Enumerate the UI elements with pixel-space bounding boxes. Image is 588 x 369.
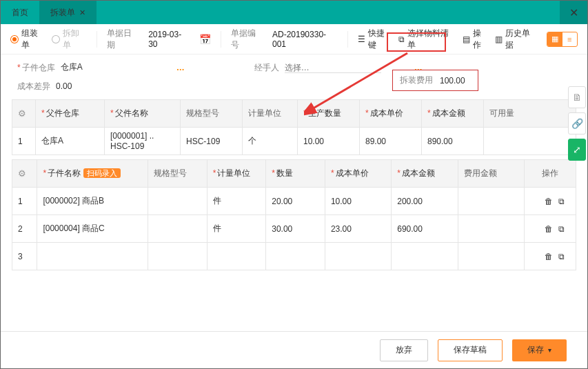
date-value[interactable]: 2019-03-30 (148, 30, 189, 49)
tab-home[interactable]: 首页 (1, 1, 39, 24)
field-cost-diff: 成本差异 0.00 (17, 81, 139, 92)
fee-value: 100.00 (440, 76, 465, 86)
history-link[interactable]: ▥历史单据 (495, 28, 537, 51)
chevron-down-icon: ▾ (548, 346, 551, 354)
rail-expand-icon[interactable]: ⤢ (568, 139, 586, 161)
table-row[interactable]: 1 [0000002] 商品B 件 20.00 10.00 200.00 🗑⧉ (12, 188, 576, 215)
calendar-icon[interactable]: 📅 (199, 34, 211, 45)
gear-icon[interactable]: ⚙ (12, 100, 36, 128)
table-row[interactable]: 3 🗑⧉ (12, 243, 576, 270)
scan-badge[interactable]: 扫码录入 (83, 168, 121, 178)
ops-icon: ▤ (463, 34, 470, 44)
bottom-bar: 放弃 保存草稿 保存▾ (1, 331, 587, 368)
tab-document[interactable]: 拆装单✕ (39, 1, 97, 24)
field-child-warehouse[interactable]: *子件仓库 仓库A … (17, 61, 185, 74)
docno-value: AD-20190330-001 (272, 30, 338, 49)
rail-link-icon[interactable]: 🔗 (568, 112, 586, 134)
parent-table-header: ⚙ *父件仓库 *父件名称 规格型号 计量单位 *生产数量 *成本单价 *成本金… (12, 100, 576, 128)
lookup-icon[interactable]: … (176, 63, 185, 72)
close-icon[interactable]: ✕ (79, 8, 85, 17)
history-icon: ▥ (495, 34, 503, 44)
handler-input[interactable] (285, 63, 381, 73)
date-label: 单据日期 (107, 28, 139, 51)
save-draft-button[interactable]: 保存草稿 (438, 339, 503, 361)
pick-bom-link[interactable]: ⧉选择物料清单 (398, 28, 455, 51)
delete-icon[interactable]: 🗑 (545, 252, 558, 261)
bom-icon: ⧉ (398, 34, 405, 44)
docno-label: 单据编号 (231, 28, 263, 51)
discard-button[interactable]: 放弃 (380, 339, 428, 361)
ops-link[interactable]: ▤操作 (463, 28, 489, 51)
radio-assemble[interactable]: 组装单 (10, 28, 45, 51)
child-table-header: ⚙ *子件名称扫码录入 规格型号 *计量单位 *数量 *成本单价 *成本金额 费… (12, 160, 576, 188)
form-row-2: 成本差异 0.00 (1, 81, 587, 99)
shortcut-icon: ☰ (358, 34, 365, 44)
shortcut-link[interactable]: ☰快捷键 (358, 28, 392, 51)
window-close-button[interactable]: ✕ (560, 1, 587, 24)
toolbar: 组装单 拆卸单 单据日期 2019-03-30 📅 单据编号 AD-201903… (1, 24, 587, 54)
delete-icon[interactable]: 🗑 (545, 197, 558, 206)
save-button[interactable]: 保存▾ (512, 339, 567, 361)
fee-box[interactable]: 拆装费用 100.00 (392, 70, 478, 91)
table-row[interactable]: 1 仓库A [0000001] .. HSC-109 HSC-109 个 10.… (12, 128, 576, 155)
table-row[interactable]: 2 [0000004] 商品C 件 30.00 23.00 690.00 🗑⧉ (12, 215, 576, 243)
right-rail: 🗎 🔗 ⤢ (567, 24, 587, 368)
form-row-1: *子件仓库 仓库A … 经手人 … (1, 54, 587, 81)
title-bar: 首页 拆装单✕ ✕ (1, 1, 587, 24)
gear-icon[interactable]: ⚙ (12, 160, 37, 188)
child-table: ⚙ *子件名称扫码录入 规格型号 *计量单位 *数量 *成本单价 *成本金额 费… (1, 159, 587, 270)
parent-table: ⚙ *父件仓库 *父件名称 规格型号 计量单位 *生产数量 *成本单价 *成本金… (1, 99, 587, 155)
rail-doc-icon[interactable]: 🗎 (568, 86, 586, 108)
view-grid-icon[interactable]: ▦ (547, 32, 562, 46)
radio-disassemble[interactable]: 拆卸单 (52, 28, 86, 51)
delete-icon[interactable]: 🗑 (545, 224, 558, 234)
